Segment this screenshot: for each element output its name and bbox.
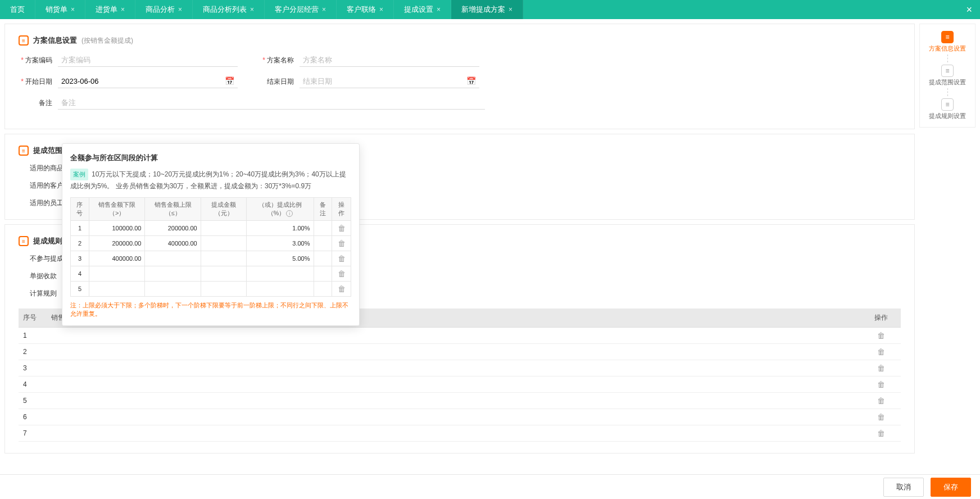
trash-icon[interactable]: 🗑 xyxy=(338,239,346,248)
section-icon: ≡ xyxy=(19,236,29,246)
nav-rule[interactable]: ≡ 提成规则设置 xyxy=(929,98,966,120)
close-icon[interactable]: × xyxy=(379,6,383,13)
section-nav-icon: ≡ xyxy=(941,31,954,43)
tab-product-analysis[interactable]: 商品分析× xyxy=(135,0,193,19)
table-row[interactable]: 4🗑 xyxy=(19,376,901,393)
close-icon[interactable]: × xyxy=(322,6,326,13)
panel-subtitle: (按销售金额提成) xyxy=(81,36,133,46)
label-start-date: 开始日期 xyxy=(19,77,52,87)
save-button[interactable]: 保存 xyxy=(931,478,971,488)
tab-new-commission-plan[interactable]: 新增提成方案× xyxy=(451,0,523,19)
table-row: 2200000.00400000.003.00%🗑 xyxy=(71,236,351,251)
commission-tiers-table: 序号 销售金额下限(>) 销售金额上限(≤) 提成金额(元) (或)提成比例(%… xyxy=(19,309,901,442)
input-plan-code[interactable] xyxy=(58,53,238,67)
close-icon[interactable]: × xyxy=(121,6,125,13)
tab-commission-config[interactable]: 提成设置× xyxy=(394,0,451,19)
popover-title: 全额参与所在区间段的计算 xyxy=(70,153,351,163)
input-remark[interactable] xyxy=(58,96,485,110)
rule-calc-label: 计算规则 xyxy=(30,289,57,298)
nav-scope[interactable]: ≡ 提成范围设置 xyxy=(929,65,966,86)
trash-icon[interactable]: 🗑 xyxy=(877,331,885,340)
tabs-close-all-icon[interactable]: × xyxy=(963,0,976,19)
close-icon[interactable]: × xyxy=(509,6,512,13)
trash-icon[interactable]: 🗑 xyxy=(338,224,346,233)
popover-desc: 案例10万元以下无提成；10~20万元提成比例为1%；20~40万提成比例为3%… xyxy=(70,169,351,192)
close-icon[interactable]: × xyxy=(437,6,441,13)
trash-icon[interactable]: 🗑 xyxy=(338,269,346,278)
calendar-icon[interactable]: 📅 xyxy=(466,76,476,85)
close-icon[interactable]: × xyxy=(71,6,75,13)
trash-icon[interactable]: 🗑 xyxy=(877,429,885,438)
table-row[interactable]: 6🗑 xyxy=(19,409,901,425)
table-row[interactable]: 2🗑 xyxy=(19,344,901,360)
example-popover: 全额参与所在区间段的计算 案例10万元以下无提成；10~20万元提成比例为1%；… xyxy=(62,143,360,326)
section-icon: ≡ xyxy=(19,146,29,156)
trash-icon[interactable]: 🗑 xyxy=(877,347,885,356)
popover-table: 序号 销售金额下限（>） 销售金额上限（≤） 提成金额（元） （或）提成比例（%… xyxy=(70,197,351,297)
table-row[interactable]: 1🗑 xyxy=(19,328,901,344)
table-row: 4🗑 xyxy=(71,266,351,282)
label-remark: 备注 xyxy=(19,98,52,108)
tab-customer-contact[interactable]: 客户联络× xyxy=(337,0,394,19)
panel-title: 方案信息设置 xyxy=(33,35,77,46)
label-plan-code: 方案编码 xyxy=(19,56,52,65)
table-row[interactable]: 7🗑 xyxy=(19,425,901,442)
close-icon[interactable]: × xyxy=(250,6,254,13)
section-nav-icon: ≡ xyxy=(941,65,954,77)
table-row: 1100000.00200000.001.00%🗑 xyxy=(71,221,351,236)
table-row: 3400000.005.00%🗑 xyxy=(71,251,351,266)
label-plan-name: 方案名称 xyxy=(260,56,294,65)
calendar-icon[interactable]: 📅 xyxy=(225,76,234,85)
trash-icon[interactable]: 🗑 xyxy=(877,396,885,405)
table-row: 5🗑 xyxy=(71,282,351,297)
input-plan-name[interactable] xyxy=(300,53,479,67)
tab-sale-order[interactable]: 销货单× xyxy=(35,0,85,19)
section-nav-icon: ≡ xyxy=(941,98,954,111)
trash-icon[interactable]: 🗑 xyxy=(877,380,885,389)
section-icon: ≡ xyxy=(19,35,29,46)
footer-actions: 取消 保存 xyxy=(0,474,980,487)
trash-icon[interactable]: 🗑 xyxy=(338,284,346,293)
info-icon[interactable]: i xyxy=(286,210,293,217)
input-start-date[interactable] xyxy=(58,75,238,88)
tab-product-analysis-list[interactable]: 商品分析列表× xyxy=(193,0,265,19)
tab-customer-seg[interactable]: 客户分层经营× xyxy=(265,0,337,19)
close-icon[interactable]: × xyxy=(178,6,182,13)
trash-icon[interactable]: 🗑 xyxy=(338,254,346,263)
table-row[interactable]: 5🗑 xyxy=(19,393,901,409)
trash-icon[interactable]: 🗑 xyxy=(877,412,885,421)
section-nav: ≡ 方案信息设置 ≡ 提成范围设置 ≡ 提成规则设置 xyxy=(919,24,976,128)
popover-note: 注：上限必须大于下限；多个阶梯时，下一个阶梯下限要等于前一阶梯上限；不同行之间下… xyxy=(70,301,351,319)
panel-plan-info: ≡ 方案信息设置 (按销售金额提成) 方案编码 方案名称 开始日期 xyxy=(4,24,915,129)
tabs-bar: 首页 销货单× 进货单× 商品分析× 商品分析列表× 客户分层经营× 客户联络×… xyxy=(0,0,980,19)
table-row[interactable]: 3🗑 xyxy=(19,360,901,376)
input-end-date[interactable] xyxy=(300,75,479,88)
tab-purchase-order[interactable]: 进货单× xyxy=(85,0,135,19)
trash-icon[interactable]: 🗑 xyxy=(877,364,885,373)
nav-plan-info[interactable]: ≡ 方案信息设置 xyxy=(929,31,966,52)
label-end-date: 结束日期 xyxy=(260,77,294,87)
cancel-button[interactable]: 取消 xyxy=(883,478,924,488)
tab-home[interactable]: 首页 xyxy=(0,0,35,19)
